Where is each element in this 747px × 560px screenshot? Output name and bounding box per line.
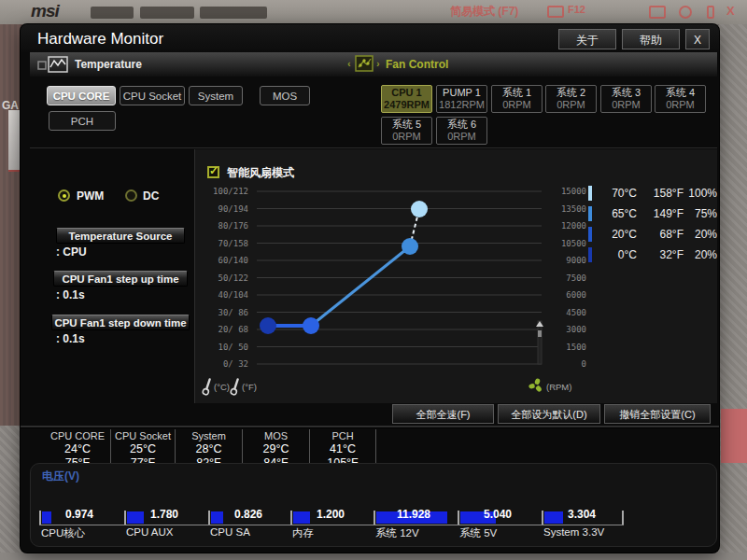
background-bottom [0,553,747,560]
legend-temp-f: 32°F [641,247,684,262]
fan-box-sys6[interactable]: 系统 6 0RPM [436,117,487,145]
voltage-item: 11.928 系统 12V [374,506,456,545]
fan-rpm: 0RPM [601,99,651,111]
speaker-icon[interactable] [707,6,714,19]
fan-box-pump1[interactable]: PUMP 1 1812RPM [436,85,487,113]
curve-segment-2 [311,246,410,326]
easy-mode-button[interactable]: 简易模式 (F7) [450,4,518,20]
sensor-celsius: 25°C [113,442,173,456]
window-title: Hardware Monitor [37,30,163,49]
fan-name: 系统 2 [546,87,596,99]
step-down-time-button[interactable]: CPU Fan1 step down time [51,315,190,330]
rpm-unit-label: (RPM) [546,382,571,392]
legend-temp-c: 70°C [594,186,637,201]
fan-curve-point-1[interactable] [260,317,276,334]
legend-temp-f: 149°F [641,206,684,221]
fan-curve-chart [194,149,717,401]
legend-temp-f: 68°F [641,227,684,242]
voltage-title: 电压(V) [42,469,79,484]
voltage-value: 3.304 [542,507,622,522]
dc-label: DC [143,189,159,203]
step-up-time-value: : 0.1s [56,288,85,301]
legend-color-bar [588,247,592,262]
hardware-monitor-window: Hardware Monitor 关于 帮助 X Temperature ‹ ›… [21,24,719,553]
temp-button-mos[interactable]: MOS [260,86,310,105]
voltage-label: System 3.3V [543,526,648,538]
sensor-name: PCH [312,430,374,442]
voltage-item: 5.040 系统 5V [458,506,540,545]
background-left-bottom [0,426,21,560]
background-right [719,24,747,560]
fan-next-icon[interactable]: › [376,58,380,69]
fan-control-icon [355,54,374,73]
bell-icon[interactable] [679,6,692,19]
temp-button-pch[interactable]: PCH [49,111,116,131]
radio-dot [63,194,66,198]
voltage-value: 0.974 [39,507,120,522]
legend-temp-c: 65°C [594,206,637,221]
voltage-item: 3.304 System 3.3V [542,506,624,545]
fan-rpm: 0RPM [655,99,705,111]
fan-box-sys5[interactable]: 系统 5 0RPM [381,117,432,145]
screen: msi 简易模式 (F7) F12 X GA Hardware Monitor … [0,0,747,560]
undo-all-settings-button[interactable]: 撤销全部设置(C) [604,404,711,424]
fan-prev-icon[interactable]: ‹ [347,58,351,69]
fan-name: 系统 5 [382,119,431,131]
pwm-radio[interactable] [58,189,70,202]
fan-name: 系统 1 [492,87,542,99]
fan-box-sys1[interactable]: 系统 1 0RPM [491,85,543,113]
background-left [0,24,22,426]
sensor-celsius: 24°C [47,442,108,456]
legend-duty-pct: 20% [687,227,717,242]
all-full-speed-button[interactable]: 全部全速(F) [392,404,494,424]
fan-box-sys4[interactable]: 系统 4 0RPM [655,85,706,113]
step-up-time-button[interactable]: CPU Fan1 step up time [53,271,188,287]
divider [30,147,717,148]
temp-button-cpu-socket[interactable]: CPU Socket [120,86,185,105]
bios-title-text [91,7,134,19]
legend-temp-c: 0°C [594,247,637,262]
legend-color-bar [588,227,592,242]
fan-box-sys3[interactable]: 系统 3 0RPM [600,85,652,113]
voltage-value: 1.780 [124,507,204,522]
sensor-name: MOS [245,430,307,442]
about-button[interactable]: 关于 [558,29,616,49]
sensor-name: CPU Socket [113,430,173,442]
fahrenheit-unit-label: (°F) [242,382,257,392]
close-button[interactable]: X [685,29,710,49]
fan-curve-point-2[interactable] [303,317,319,334]
help-button[interactable]: 帮助 [622,29,680,49]
rpm-slider[interactable] [536,321,543,364]
dc-radio[interactable] [125,189,137,202]
fan-control-section-label: Fan Control [386,58,448,71]
sensor-name: System [177,430,240,442]
fan-name: CPU 1 [382,87,431,99]
pwm-label: PWM [77,189,104,203]
fan-box-cpu1[interactable]: CPU 1 2479RPM [381,85,432,113]
temperature-icon [37,55,69,74]
monitor-icon[interactable] [649,6,666,19]
fan-name: PUMP 1 [437,87,486,99]
temp-button-cpu-core[interactable]: CPU CORE [47,86,116,105]
fan-curve-point-3[interactable] [402,238,418,255]
step-down-time-value: : 0.1s [56,332,85,345]
sensor-celsius: 28°C [177,442,240,456]
voltage-item: 0.974 CPU核心 [39,506,121,545]
fan-name: 系统 3 [601,87,651,99]
fan-icon [529,378,543,393]
msi-logo: msi [31,1,59,21]
fan-rpm: 0RPM [492,99,542,111]
fan-rpm: 0RPM [382,131,431,143]
fan-box-sys2[interactable]: 系统 2 0RPM [545,85,597,113]
fan-rpm: 1812RPM [437,99,486,111]
temperature-source-value: : CPU [56,245,87,259]
bios-close-icon[interactable]: X [726,4,735,18]
bios-title-text [200,7,267,19]
temperature-source-button[interactable]: Temperature Source [56,228,185,244]
all-set-default-button[interactable]: 全部设为默认(D) [498,404,600,424]
legend-temp-f: 158°F [641,186,684,201]
screenshot-icon[interactable] [547,6,564,18]
fan-curve-point-4[interactable] [411,201,428,217]
temp-button-system[interactable]: System [189,86,243,105]
legend-duty-pct: 100% [687,186,717,201]
